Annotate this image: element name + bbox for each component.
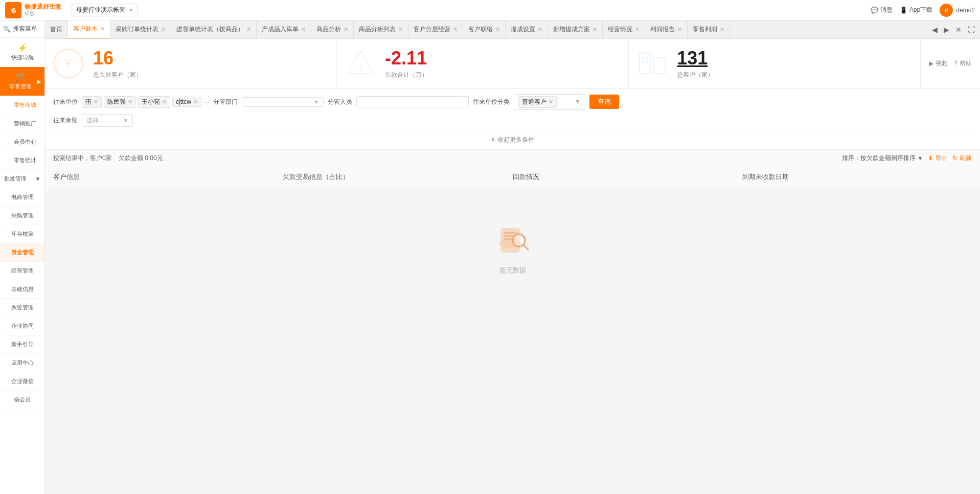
tab-next-button[interactable]: ▶ <box>942 25 951 35</box>
tab-close-icon[interactable]: ✕ <box>495 26 500 33</box>
sidebar-item-basic[interactable]: 基础信息 <box>0 280 44 299</box>
user-area[interactable]: d demo2 <box>940 4 975 17</box>
chevron-up-icon: ∧ <box>491 136 495 143</box>
sidebar-item-capital[interactable]: 资金管理 <box>0 243 44 262</box>
sidebar-item-purchase[interactable]: 采购管理 <box>0 207 44 225</box>
tab-close-icon[interactable]: ✕ <box>592 26 597 33</box>
tab-close-icon[interactable]: ✕ <box>677 26 682 33</box>
sidebar-item-enterprise[interactable]: 企业协同 <box>0 317 44 335</box>
sidebar-item-retail-stat[interactable]: 零售统计 <box>0 151 44 170</box>
svg-rect-11 <box>646 61 648 63</box>
tab-home[interactable]: 首页 <box>45 20 68 39</box>
help-button[interactable]: ? 帮助 <box>954 59 972 68</box>
filter-label-balance: 往来余额 <box>53 116 78 125</box>
empty-state: 暂无数据 <box>45 187 980 306</box>
mobile-icon: 📱 <box>900 7 907 14</box>
refresh-button[interactable]: ↻ 刷新 <box>952 154 972 163</box>
tab-product-inbound[interactable]: 产成品入库单 ✕ <box>257 20 311 39</box>
person-input[interactable]: ··· <box>356 96 469 107</box>
col-header-customer: 客户信息 <box>53 172 283 182</box>
remove-icon[interactable]: ✕ <box>128 99 132 105</box>
video-button[interactable]: ▶ 视频 <box>929 59 948 68</box>
filter-label-classify: 往来单位分类 <box>473 98 510 106</box>
quick-icon: ⚡ <box>17 43 28 53</box>
export-button[interactable]: ⬇ 导出 <box>928 154 947 163</box>
dots-icon: ··· <box>459 98 464 105</box>
tab-purchase-order-stat[interactable]: 采购订单统计表 ✕ <box>110 20 171 39</box>
tab-close-icon[interactable]: ✕ <box>344 26 348 33</box>
top-bar-right: 💬 消息 📱 App下载 d demo2 <box>871 4 975 17</box>
account-selector[interactable]: 母婴行业演示帐套 ▼ <box>72 4 138 16</box>
sidebar-item-inventory[interactable]: 库存核算 <box>0 225 44 243</box>
tab-retail-profit[interactable]: 零售利润 ✕ <box>688 20 730 39</box>
tab-close-icon[interactable]: ✕ <box>100 26 105 32</box>
sidebar-item-retail-mall[interactable]: 零售商城 <box>0 96 44 115</box>
tab-commission-setting[interactable]: 提成设置 ✕ <box>506 20 548 39</box>
logo-sub: 标版 <box>25 11 61 17</box>
collapse-button[interactable]: ∧ 收起更多条件 <box>486 136 539 144</box>
sidebar-item-retail[interactable]: 🛒 零售管理 ▶ <box>0 67 44 96</box>
tab-close-icon[interactable]: ✕ <box>720 26 724 33</box>
svg-rect-6 <box>640 53 651 74</box>
remove-icon[interactable]: ✕ <box>162 99 167 105</box>
balance-input[interactable]: 选择... ▼ <box>82 114 133 127</box>
remove-icon[interactable]: ✕ <box>549 99 553 105</box>
tab-close-icon[interactable]: ✕ <box>538 26 542 33</box>
filter-tag-chenminqiang[interactable]: 陈民强 ✕ <box>104 96 136 108</box>
tab-customer-contact[interactable]: 客户联络 ✕ <box>463 20 506 39</box>
tab-profit-report[interactable]: 利润报告 ✕ <box>645 20 688 39</box>
sidebar-item-marketing[interactable]: 营销推广 <box>0 115 44 133</box>
filter-more-icon[interactable]: ··· <box>203 98 209 106</box>
stat-card-total-customers: ¥ 16 总欠款客户（家） <box>45 39 337 88</box>
sidebar-item-search[interactable]: 🔍 搜索菜单 <box>0 20 44 38</box>
tab-inbound-stat[interactable]: 进货单统计表（按商品） ✕ <box>171 20 257 39</box>
svg-text:!: ! <box>359 60 362 72</box>
empty-illustration <box>492 218 533 259</box>
tab-close-icon[interactable]: ✕ <box>398 26 403 33</box>
stat-value-customers: 16 <box>93 48 324 69</box>
tab-close-icon[interactable]: ✕ <box>246 26 251 33</box>
tab-product-analysis[interactable]: 商品分析 ✕ <box>311 20 354 39</box>
sidebar-item-ecom[interactable]: 电商管理 <box>0 188 44 207</box>
remove-icon[interactable]: ✕ <box>94 99 98 105</box>
remove-icon[interactable]: ✕ <box>193 99 198 105</box>
tab-customer-layer[interactable]: 客户分层经营 ✕ <box>408 20 463 39</box>
chevron-down-icon: ▼ <box>128 7 133 13</box>
filter-tag-cjttcw[interactable]: cjttcw ✕ <box>172 97 201 107</box>
sort-button[interactable]: 排序：按欠款金额倒序排序 ▼ <box>842 154 923 163</box>
query-button[interactable]: 查询 <box>589 95 619 109</box>
filter-tag-wu[interactable]: 伍 ✕ <box>82 96 102 108</box>
tab-close-icon[interactable]: ✕ <box>161 26 166 33</box>
filter-label-person: 分管人员 <box>328 98 352 106</box>
stat-label-customers: 总欠款客户（家） <box>93 71 324 79</box>
tab-product-analysis-list[interactable]: 商品分析列表 ✕ <box>354 20 408 39</box>
sidebar-item-vip[interactable]: 畅会员 <box>0 391 44 409</box>
app-download-button[interactable]: 📱 App下载 <box>900 6 932 14</box>
sidebar-item-wholesale[interactable]: 批发管理 ▼ <box>0 170 44 188</box>
tab-new-commission[interactable]: 新增提成方案 ✕ <box>548 20 603 39</box>
sidebar-item-member[interactable]: 会员中心 <box>0 133 44 151</box>
dept-select[interactable]: ▼ <box>242 97 324 107</box>
download-icon: ⬇ <box>928 154 933 162</box>
message-icon: 💬 <box>871 7 878 14</box>
tab-close-icon[interactable]: ✕ <box>635 26 640 33</box>
message-button[interactable]: 💬 消息 <box>871 6 893 14</box>
sidebar-item-system[interactable]: 系统管理 <box>0 299 44 317</box>
filter-tag-wangxiaoliang[interactable]: 王小亮 ✕ <box>138 96 170 108</box>
tab-close-icon[interactable]: ✕ <box>453 26 458 33</box>
sidebar-item-newbie[interactable]: 新手引导 <box>0 335 44 354</box>
tab-maximize-button[interactable]: ⛶ <box>966 25 977 35</box>
classify-select[interactable]: 普通客户 ✕ ▼ <box>514 94 585 110</box>
tab-operation[interactable]: 经营情况 ✕ <box>603 20 645 39</box>
sidebar-item-quick[interactable]: ⚡ 快捷导航 <box>0 38 44 67</box>
tab-close-all-button[interactable]: ✕ <box>953 25 964 35</box>
tab-prev-button[interactable]: ◀ <box>930 25 940 35</box>
sidebar-item-operation[interactable]: 经营管理 <box>0 262 44 280</box>
sidebar-item-appcenter[interactable]: 应用中心 <box>0 354 44 372</box>
tab-customer-account[interactable]: 客户账本 ✕ <box>68 20 110 39</box>
classify-tag[interactable]: 普通客户 ✕ <box>518 96 557 108</box>
tab-close-icon[interactable]: ✕ <box>301 26 306 33</box>
chevron-down-icon: ▼ <box>314 99 319 105</box>
sidebar-item-wechat[interactable]: 企业微信 <box>0 372 44 391</box>
empty-text: 暂无数据 <box>499 266 526 275</box>
